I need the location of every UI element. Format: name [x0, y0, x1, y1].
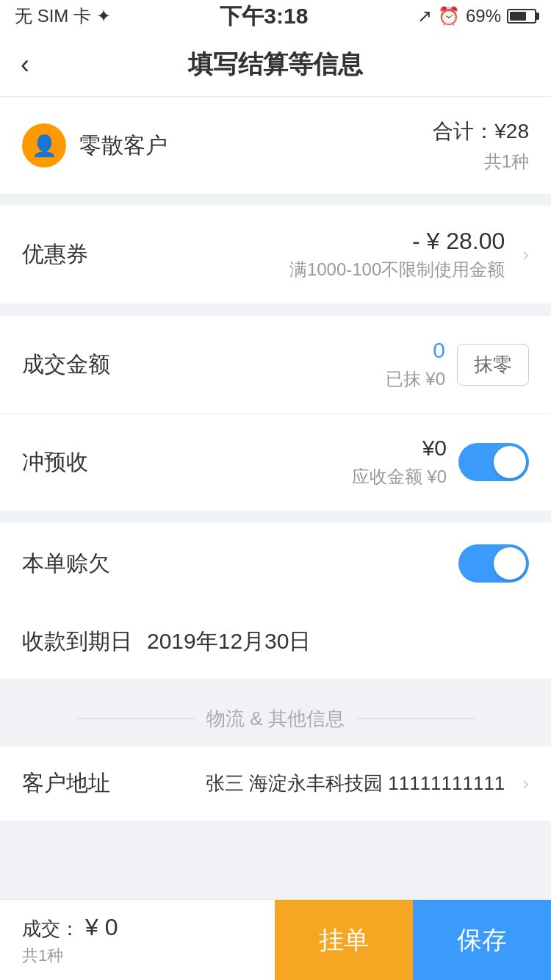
prepayment-sub: 应收金额 ¥0 — [352, 465, 447, 489]
bottom-bar: 成交： ¥ 0 共1种 挂单 保存 — [0, 899, 551, 980]
amount-section: 成交金额 0 已抹 ¥0 抹零 冲预收 ¥0 应收金额 ¥0 — [0, 316, 551, 511]
toggle-knob — [494, 446, 526, 478]
deal-amount-sub: 已抹 ¥0 — [386, 367, 445, 391]
location-icon: ↗ — [417, 6, 432, 26]
address-label: 客户地址 — [22, 768, 110, 799]
due-date-row: 收款到期日 2019年12月30日 — [0, 605, 551, 680]
deal-amount-label: 成交金额 — [22, 350, 110, 380]
address-chevron-icon: › — [522, 772, 529, 795]
coupon-right: - ¥ 28.00 满1000-100不限制使用金额 › — [289, 228, 529, 281]
coupon-row[interactable]: 优惠券 - ¥ 28.00 满1000-100不限制使用金额 › — [0, 206, 551, 304]
coupon-section: 优惠券 - ¥ 28.00 满1000-100不限制使用金额 › — [0, 206, 551, 304]
nav-bar: ‹ 填写结算等信息 — [0, 32, 551, 97]
prepayment-row: 冲预收 ¥0 应收金额 ¥0 — [0, 414, 551, 511]
battery-percent: 69% — [466, 6, 501, 26]
customer-row: 👤 零散客户 合计：¥28 共1种 — [0, 97, 551, 194]
hangup-label: 挂单 — [319, 923, 369, 957]
page-title: 填写结算等信息 — [188, 48, 363, 82]
address-section: 客户地址 张三 海淀永丰科技园 11111111111 › — [0, 746, 551, 821]
prepayment-right: ¥0 应收金额 ¥0 — [352, 436, 529, 489]
status-bar: 无 SIM 卡 ✦ 下午3:18 ↗ ⏰ 69% — [0, 0, 551, 32]
due-date-value: 2019年12月30日 — [147, 627, 311, 657]
battery-icon — [507, 9, 536, 24]
sim-status: 无 SIM 卡 ✦ — [15, 4, 111, 28]
coupon-discount: - ¥ 28.00 — [289, 228, 505, 255]
save-label: 保存 — [457, 923, 507, 957]
content-area: 👤 零散客户 合计：¥28 共1种 优惠券 - ¥ 28.00 满1000-10… — [0, 97, 551, 920]
customer-total: 合计：¥28 共1种 — [433, 118, 529, 173]
bottom-count: 共1种 — [22, 945, 253, 967]
credit-section: 本单赊欠 收款到期日 2019年12月30日 — [0, 522, 551, 680]
deal-amount-right: 0 已抹 ¥0 抹零 — [386, 338, 529, 391]
address-value: 张三 海淀永丰科技园 11111111111 — [206, 771, 505, 796]
deal-amount-block: 0 已抹 ¥0 — [386, 338, 445, 391]
coupon-value-block: - ¥ 28.00 满1000-100不限制使用金额 — [289, 228, 505, 281]
hangup-button[interactable]: 挂单 — [275, 900, 413, 981]
logistics-section-header: 物流 & 其他信息 — [0, 691, 551, 746]
back-icon: ‹ — [21, 49, 29, 79]
credit-row: 本单赊欠 — [0, 522, 551, 605]
credit-label: 本单赊欠 — [22, 549, 110, 579]
total-count: 共1种 — [433, 150, 529, 173]
deal-amount-value: 0 — [433, 338, 445, 362]
coupon-sub: 满1000-100不限制使用金额 — [289, 258, 505, 281]
prepayment-label: 冲预收 — [22, 447, 88, 478]
prepayment-value-block: ¥0 应收金额 ¥0 — [352, 436, 447, 489]
credit-right — [458, 544, 529, 583]
coupon-label: 优惠券 — [22, 239, 88, 270]
status-time: 下午3:18 — [220, 1, 308, 32]
chevron-right-icon: › — [522, 243, 529, 266]
alarm-icon: ⏰ — [438, 6, 460, 26]
bottom-deal-label: 成交： — [22, 916, 79, 942]
credit-toggle[interactable] — [458, 544, 529, 583]
deal-amount-row: 成交金额 0 已抹 ¥0 抹零 — [0, 316, 551, 414]
address-right: 张三 海淀永丰科技园 11111111111 › — [206, 771, 529, 796]
round-zero-button[interactable]: 抹零 — [457, 344, 529, 386]
address-row[interactable]: 客户地址 张三 海淀永丰科技园 11111111111 › — [0, 746, 551, 821]
logistics-label: 物流 & 其他信息 — [206, 706, 345, 732]
avatar-icon: 👤 — [32, 134, 57, 158]
prepayment-toggle[interactable] — [458, 443, 529, 481]
back-button[interactable]: ‹ — [21, 49, 29, 80]
bottom-deal-row: 成交： ¥ 0 — [22, 914, 253, 942]
status-right: ↗ ⏰ 69% — [417, 6, 536, 26]
total-amount: 合计：¥28 — [433, 118, 529, 145]
status-left: 无 SIM 卡 ✦ — [15, 4, 111, 28]
due-date-label: 收款到期日 — [22, 627, 132, 657]
save-button[interactable]: 保存 — [413, 900, 551, 981]
customer-name: 零散客户 — [79, 131, 168, 161]
bottom-deal-amount: ¥ 0 — [85, 914, 118, 941]
bottom-info: 成交： ¥ 0 共1种 — [0, 914, 275, 967]
prepayment-amount: ¥0 — [422, 436, 447, 460]
customer-info: 👤 零散客户 — [22, 123, 168, 167]
avatar: 👤 — [22, 123, 66, 167]
credit-toggle-knob — [494, 547, 526, 580]
